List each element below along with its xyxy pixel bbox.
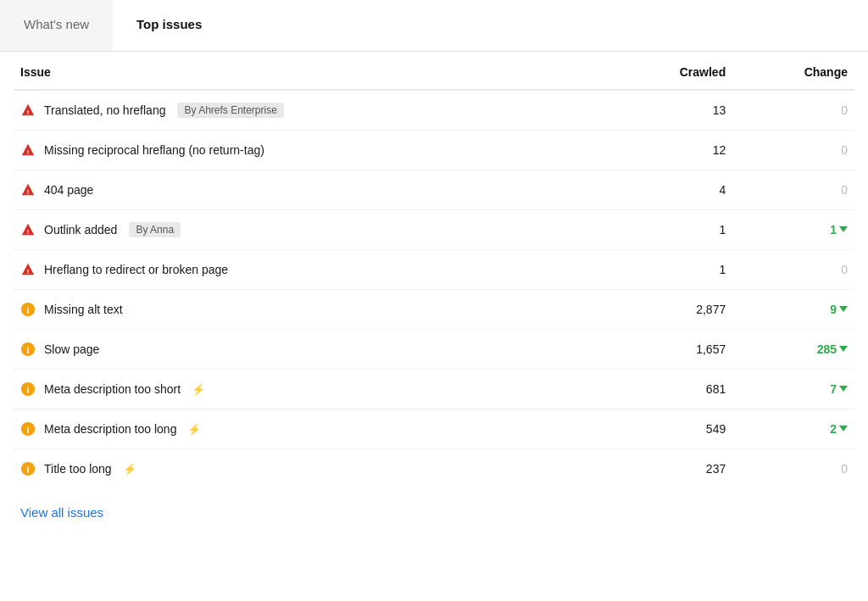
- table-row[interactable]: ! Missing reciprocal hreflang (no return…: [14, 131, 854, 170]
- error-icon: !: [20, 182, 36, 198]
- issue-text: 404 page: [44, 183, 93, 197]
- issue-badge: By Ahrefs Enterprise: [177, 103, 283, 118]
- column-issue: Issue: [14, 52, 605, 90]
- issue-cell: ! Missing reciprocal hreflang (no return…: [14, 131, 605, 170]
- crawled-value: 13: [605, 90, 732, 131]
- bolt-icon: ⚡: [192, 383, 205, 396]
- table-header-row: Issue Crawled Change: [14, 52, 854, 90]
- change-value: 0: [732, 90, 854, 131]
- info-icon: i: [20, 302, 36, 317]
- tab-whats-new[interactable]: What's new: [0, 0, 113, 51]
- info-icon: i: [20, 381, 36, 397]
- error-icon: !: [20, 222, 36, 237]
- table-row[interactable]: ! Hreflang to redirect or broken page10: [14, 250, 854, 290]
- view-all-issues-link[interactable]: View all issues: [0, 488, 117, 540]
- issue-text: Translated, no hreflang: [44, 103, 165, 117]
- change-value: 0: [732, 449, 854, 489]
- table-row[interactable]: i Title too long⚡2370: [14, 449, 854, 489]
- issue-badge: By Anna: [129, 222, 181, 237]
- arrow-down-icon: [839, 426, 848, 431]
- arrow-down-icon: [839, 386, 848, 392]
- issue-text: Hreflang to redirect or broken page: [44, 263, 228, 276]
- issues-table: Issue Crawled Change ! Translated, no hr…: [14, 52, 854, 488]
- arrow-down-icon: [839, 346, 848, 352]
- table-row[interactable]: ! Translated, no hreflangBy Ahrefs Enter…: [14, 90, 854, 131]
- svg-text:i: i: [27, 465, 30, 475]
- table-row[interactable]: i Missing alt text2,8779: [14, 290, 854, 330]
- arrow-down-icon: [839, 226, 848, 232]
- table-row[interactable]: ! Outlink addedBy Anna11: [14, 210, 854, 250]
- issue-cell: i Missing alt text: [14, 290, 605, 330]
- issues-table-container: Issue Crawled Change ! Translated, no hr…: [0, 52, 868, 488]
- error-icon: !: [20, 103, 36, 118]
- tab-whats-new-label: What's new: [24, 17, 89, 31]
- tab-top-issues-label: Top issues: [136, 17, 202, 31]
- issue-cell: ! Outlink addedBy Anna: [14, 210, 605, 250]
- issue-cell: i Meta description too short⚡: [14, 370, 605, 409]
- change-value: 0: [732, 131, 854, 170]
- svg-text:!: !: [27, 228, 30, 236]
- info-icon: i: [20, 461, 36, 476]
- crawled-value: 1: [605, 210, 732, 250]
- issue-cell: i Meta description too long⚡: [14, 409, 605, 449]
- table-row[interactable]: ! 404 page40: [14, 170, 854, 210]
- change-value: 285: [732, 330, 854, 370]
- change-value: 1: [732, 210, 854, 250]
- svg-text:!: !: [27, 188, 30, 196]
- crawled-value: 549: [605, 409, 732, 449]
- issue-cell: ! 404 page: [14, 170, 605, 210]
- change-value: 2: [732, 409, 854, 449]
- tabs-container: What's new Top issues: [0, 0, 868, 52]
- crawled-value: 1,657: [605, 330, 732, 370]
- table-row[interactable]: i Slow page1,657285: [14, 330, 854, 370]
- table-row[interactable]: i Meta description too long⚡5492: [14, 409, 854, 449]
- svg-text:!: !: [27, 148, 30, 156]
- column-crawled: Crawled: [605, 52, 732, 90]
- issue-text: Missing reciprocal hreflang (no return-t…: [44, 143, 264, 157]
- info-icon: i: [20, 342, 36, 357]
- crawled-value: 4: [605, 170, 732, 210]
- change-value: 9: [732, 290, 854, 330]
- svg-text:i: i: [27, 425, 30, 435]
- issue-text: Missing alt text: [44, 303, 123, 316]
- svg-text:i: i: [27, 305, 30, 315]
- issue-cell: i Slow page: [14, 330, 605, 370]
- bolt-icon: ⚡: [187, 423, 201, 436]
- issue-cell: ! Hreflang to redirect or broken page: [14, 250, 605, 290]
- crawled-value: 237: [605, 449, 732, 489]
- crawled-value: 2,877: [605, 290, 732, 330]
- crawled-value: 1: [605, 250, 732, 290]
- issue-cell: ! Translated, no hreflangBy Ahrefs Enter…: [14, 90, 605, 131]
- change-value: 7: [732, 370, 854, 409]
- issue-text: Outlink added: [44, 223, 117, 237]
- tab-top-issues[interactable]: Top issues: [113, 0, 225, 51]
- error-icon: !: [20, 262, 36, 277]
- change-value: 0: [732, 170, 854, 210]
- issue-text: Meta description too short: [44, 382, 181, 396]
- issue-text: Meta description too long: [44, 422, 176, 436]
- table-row[interactable]: i Meta description too short⚡6817: [14, 370, 854, 409]
- issue-text: Slow page: [44, 342, 99, 356]
- issue-text: Title too long: [44, 462, 112, 476]
- change-value: 0: [732, 250, 854, 290]
- svg-text:i: i: [27, 385, 30, 395]
- column-change: Change: [732, 52, 854, 90]
- crawled-value: 12: [605, 131, 732, 170]
- info-icon: i: [20, 421, 36, 437]
- svg-text:!: !: [27, 268, 30, 275]
- bolt-icon: ⚡: [123, 463, 136, 476]
- arrow-down-icon: [839, 306, 848, 312]
- svg-text:i: i: [27, 345, 30, 355]
- svg-text:!: !: [27, 109, 30, 116]
- error-icon: !: [20, 142, 36, 158]
- crawled-value: 681: [605, 370, 732, 409]
- issue-cell: i Title too long⚡: [14, 449, 605, 489]
